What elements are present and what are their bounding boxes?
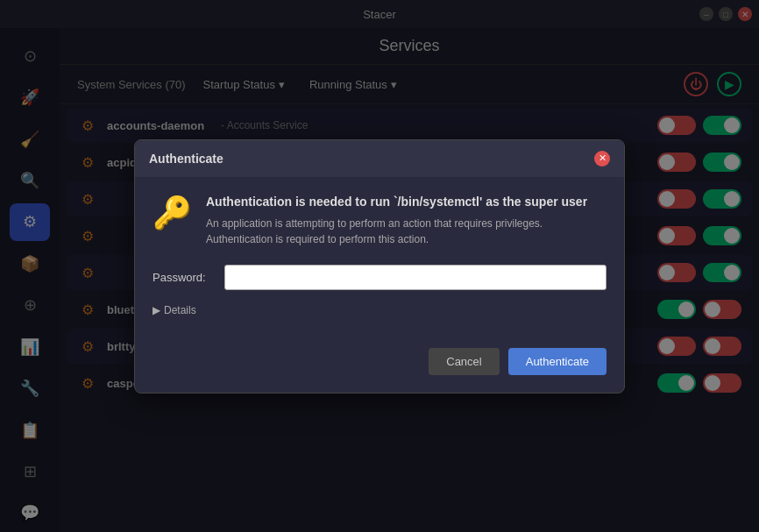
password-input[interactable] bbox=[224, 265, 606, 290]
main-window: Stacer – □ ✕ ⊙ 🚀 🧹 🔍 ⚙ 📦 ⊕ 📊 🔧 📋 ⊞ 💬 Ser… bbox=[0, 0, 759, 532]
modal-icon-row: 🔑 Authentication is needed to run `/bin/… bbox=[153, 195, 606, 247]
password-label: Password: bbox=[153, 271, 214, 284]
authenticate-button[interactable]: Authenticate bbox=[508, 348, 606, 375]
modal-footer: Cancel Authenticate bbox=[135, 348, 624, 393]
modal-password-row: Password: bbox=[153, 265, 606, 290]
details-toggle-button[interactable]: ▶ Details bbox=[153, 304, 196, 316]
modal-text-block: Authentication is needed to run `/bin/sy… bbox=[206, 195, 606, 247]
modal-body: 🔑 Authentication is needed to run `/bin/… bbox=[135, 177, 624, 348]
modal-header: Authenticate ✕ bbox=[135, 140, 624, 177]
modal-details-row: ▶ Details bbox=[153, 304, 606, 316]
modal-close-button[interactable]: ✕ bbox=[594, 151, 610, 167]
authenticate-modal: Authenticate ✕ 🔑 Authentication is neede… bbox=[134, 139, 625, 394]
modal-sub-text: An application is attempting to perform … bbox=[206, 216, 606, 247]
modal-title: Authenticate bbox=[149, 152, 223, 166]
cancel-button[interactable]: Cancel bbox=[429, 348, 499, 375]
key-icon: 🔑 bbox=[153, 195, 192, 231]
modal-overlay: Authenticate ✕ 🔑 Authentication is neede… bbox=[0, 0, 759, 532]
modal-main-text: Authentication is needed to run `/bin/sy… bbox=[206, 195, 606, 209]
